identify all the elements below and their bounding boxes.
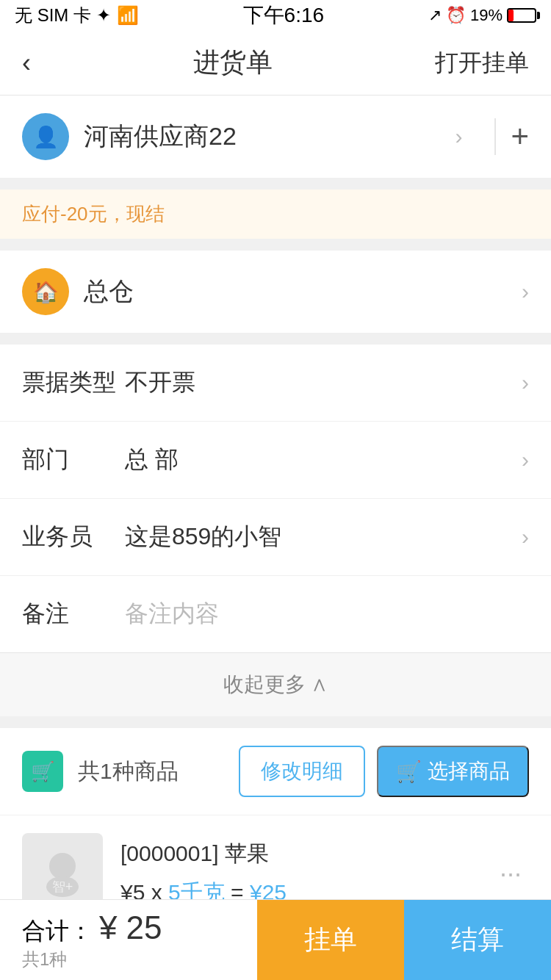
product-name: [0000001] 苹果 <box>120 839 492 869</box>
department-row[interactable]: 部门 总 部 › <box>0 421 551 498</box>
supplier-avatar: 👤 <box>22 113 69 160</box>
collapse-text: 收起更多 ∧ <box>223 673 328 696</box>
department-label: 部门 <box>22 444 125 476</box>
battery-icon <box>507 8 536 23</box>
supplier-arrow-icon: › <box>455 124 462 149</box>
salesman-row[interactable]: 业务员 这是859的小智 › <box>0 498 551 575</box>
add-supplier-button[interactable]: + <box>511 121 529 152</box>
footer-total: 合计： ¥ 25 共1种 <box>0 900 257 980</box>
product-thumb-svg: 智+ <box>33 844 92 903</box>
collapse-bar[interactable]: 收起更多 ∧ <box>0 652 551 716</box>
signal-text: 无 SIM 卡 ✦ <box>15 4 111 27</box>
footer-total-line: 合计： ¥ 25 <box>22 909 235 948</box>
salesman-value: 这是859的小智 <box>125 521 522 553</box>
product-more-button[interactable]: ··· <box>492 858 529 889</box>
warehouse-row[interactable]: 🏠 总仓 › <box>0 251 551 333</box>
product-info: [0000001] 苹果 ¥5 x 5千克 = ¥25 <box>120 839 492 908</box>
warehouse-icon: 🏠 <box>22 268 69 315</box>
supplier-row[interactable]: 👤 河南供应商22 › + <box>0 96 551 178</box>
supplier-name: 河南供应商22 <box>84 120 455 154</box>
product-title: 苹果 <box>225 841 269 865</box>
form-section: 票据类型 不开票 › 部门 总 部 › 业务员 这是859的小智 › 备注 备注… <box>0 345 551 716</box>
supplier-section: 👤 河南供应商22 › + <box>0 96 551 178</box>
footer: 合计： ¥ 25 共1种 挂单 结算 <box>0 899 551 980</box>
shopping-icon: 🛒 <box>31 760 54 783</box>
product-count-icon: 🛒 <box>22 751 63 792</box>
ticket-type-row[interactable]: 票据类型 不开票 › <box>0 345 551 421</box>
checkout-button[interactable]: 结算 <box>404 900 551 980</box>
location-icon: ↗ <box>428 6 442 25</box>
battery-fill <box>508 10 514 21</box>
battery-percent: 19% <box>470 6 503 25</box>
product-header: 🛒 共1种商品 修改明细 🛒 选择商品 <box>0 728 551 815</box>
edit-detail-button[interactable]: 修改明细 <box>239 746 365 797</box>
svg-text:智+: 智+ <box>52 879 73 894</box>
hang-label: 挂单 <box>304 922 357 958</box>
ticket-type-label: 票据类型 <box>22 367 125 399</box>
nav-title: 进货单 <box>193 45 273 81</box>
ticket-type-arrow-icon: › <box>522 370 529 395</box>
ticket-type-value: 不开票 <box>125 367 522 399</box>
wifi-icon: 📶 <box>117 5 139 26</box>
warehouse-name: 总仓 <box>84 275 522 309</box>
content: 👤 河南供应商22 › + 应付-20元，现结 🏠 总仓 › 票据类型 不开票 … <box>0 96 551 980</box>
nav-bar: ‹ 进货单 打开挂单 <box>0 31 551 96</box>
remark-row[interactable]: 备注 备注内容 <box>0 575 551 652</box>
warehouse-section: 🏠 总仓 › <box>0 251 551 333</box>
salesman-label: 业务员 <box>22 521 125 553</box>
checkout-label: 结算 <box>451 922 504 958</box>
status-bar: 无 SIM 卡 ✦ 📶 下午6:16 ↗ ⏰ 19% <box>0 0 551 31</box>
back-button[interactable]: ‹ <box>22 48 31 79</box>
product-count-text: 共1种商品 <box>78 757 239 787</box>
select-icon: 🛒 <box>396 760 422 784</box>
footer-total-amount: ¥ 25 <box>99 909 162 945</box>
alarm-icon: ⏰ <box>446 6 466 25</box>
footer-total-count: 共1种 <box>22 948 235 971</box>
select-product-button[interactable]: 🛒 选择商品 <box>377 746 529 797</box>
remark-input[interactable]: 备注内容 <box>125 598 529 630</box>
status-bar-right: ↗ ⏰ 19% <box>428 6 536 25</box>
department-arrow-icon: › <box>522 447 529 472</box>
status-bar-time: 下午6:16 <box>243 1 325 29</box>
avatar-icon: 👤 <box>33 125 59 149</box>
status-bar-left: 无 SIM 卡 ✦ 📶 <box>15 4 139 27</box>
warehouse-arrow-icon: › <box>522 279 529 304</box>
department-value: 总 部 <box>125 444 522 476</box>
open-pending-button[interactable]: 打开挂单 <box>435 47 529 79</box>
notice-bar: 应付-20元，现结 <box>0 190 551 239</box>
remark-label: 备注 <box>22 598 125 630</box>
product-code: [0000001] <box>120 841 218 865</box>
hang-button[interactable]: 挂单 <box>257 900 404 980</box>
svg-point-0 <box>49 853 76 879</box>
salesman-arrow-icon: › <box>522 525 529 550</box>
notice-text: 应付-20元，现结 <box>22 203 165 225</box>
select-product-label: 选择商品 <box>428 757 510 785</box>
divider <box>494 118 496 155</box>
footer-total-label: 合计： <box>22 918 93 944</box>
